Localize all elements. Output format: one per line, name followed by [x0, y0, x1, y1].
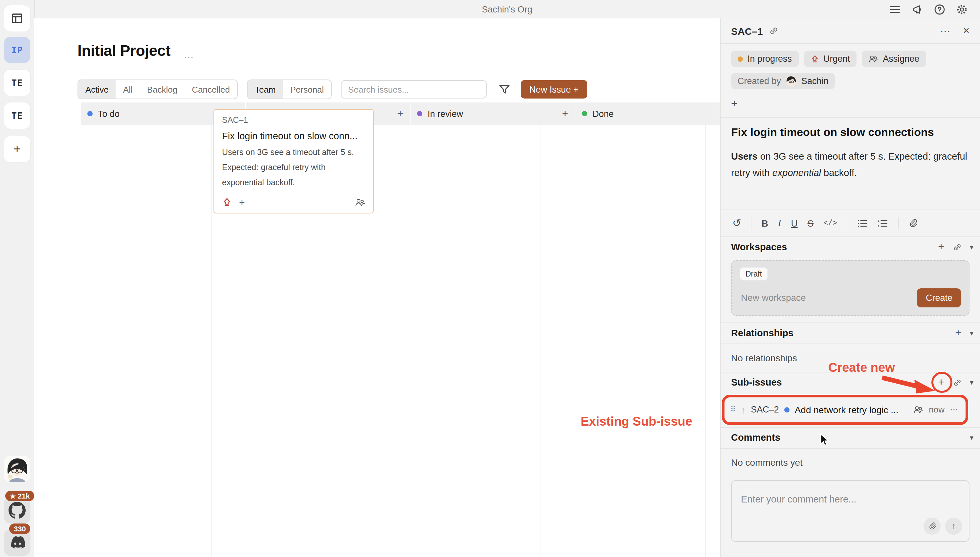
project-more-menu[interactable]: ⋯ — [184, 51, 195, 63]
help-icon[interactable] — [933, 3, 946, 15]
github-stars-count: 21k — [18, 492, 30, 500]
urgent-priority-icon[interactable] — [222, 197, 232, 207]
priority-badge[interactable]: Urgent — [804, 50, 856, 67]
new-issue-button[interactable]: New Issue + — [521, 80, 587, 99]
search-input[interactable] — [341, 80, 487, 99]
chevron-down-icon[interactable]: ▾ — [970, 378, 973, 387]
link-icon[interactable] — [953, 243, 962, 252]
created-by-badge[interactable]: Created by Sachin — [731, 73, 835, 90]
assignee-people-icon — [868, 55, 878, 63]
workspace-initials: TE — [11, 110, 23, 121]
close-icon[interactable]: × — [963, 24, 970, 37]
link-icon[interactable] — [953, 378, 962, 388]
star-icon: ★ — [10, 492, 16, 500]
column-divider — [376, 125, 376, 557]
toolbar-divider — [847, 217, 848, 229]
create-workspace-button[interactable]: Create — [917, 288, 961, 308]
tab-active[interactable]: Active — [78, 80, 116, 99]
code-button[interactable]: </> — [823, 219, 837, 228]
sidebar-item-workspace-te1[interactable]: TE — [4, 70, 30, 96]
attach-file-button[interactable] — [923, 518, 941, 535]
assignee-people-icon[interactable] — [913, 406, 923, 414]
svg-text:2: 2 — [878, 224, 879, 228]
sidebar-item-workspace-te2[interactable]: TE — [4, 103, 30, 129]
send-comment-button[interactable]: ↑ — [945, 518, 962, 535]
numbered-list-button[interactable]: 12 — [878, 219, 888, 228]
page-title: Initial Project — [78, 42, 171, 60]
strikethrough-button[interactable]: S — [807, 218, 814, 229]
tab-team[interactable]: Team — [247, 80, 283, 99]
subissue-row-sac-2[interactable]: ⠿ ↑ SAC–2 Add network retry logic ... no… — [724, 397, 965, 422]
issue-title: Fix login timeout on slow conn... — [222, 131, 365, 141]
issue-card-sac-1[interactable]: SAC–1 Fix login timeout on slow conn... … — [213, 109, 374, 214]
comments-empty-state: No comments yet — [721, 449, 980, 476]
plus-icon: + — [13, 142, 21, 156]
add-issue-in-progress-button[interactable]: + — [397, 108, 403, 119]
add-issue-in-review-button[interactable]: + — [562, 108, 568, 119]
undo-icon[interactable]: ↺ — [733, 217, 741, 230]
underline-button[interactable]: U — [791, 218, 798, 229]
tab-all[interactable]: All — [116, 80, 140, 99]
column-title: In review — [428, 109, 562, 119]
annotation-existing-subissue: Existing Sub-issue — [581, 414, 692, 429]
column-title: Done — [593, 109, 727, 119]
description-text: backoff. — [821, 168, 857, 178]
layout-switcher-button[interactable] — [4, 5, 30, 31]
add-relationship-button[interactable]: + — [954, 328, 962, 339]
issue-card-footer: + — [222, 197, 365, 208]
workspace-initials: TE — [11, 78, 23, 88]
sidebar-item-workspace-ip[interactable]: IP — [4, 37, 30, 63]
status-badge[interactable]: In progress — [731, 50, 798, 67]
panel-more-menu[interactable]: ⋯ — [940, 24, 951, 37]
urgent-priority-icon — [810, 55, 819, 63]
chevron-down-icon[interactable]: ▾ — [970, 329, 973, 338]
filter-funnel-icon[interactable] — [497, 82, 512, 96]
assignee-badge[interactable]: Assignee — [862, 50, 926, 67]
user-avatar[interactable] — [4, 456, 30, 482]
subissue-more-menu[interactable]: ⋯ — [950, 405, 959, 415]
description-italic-text: exponential — [772, 168, 821, 178]
workspace-name-input[interactable] — [740, 292, 917, 304]
add-label-icon[interactable]: + — [239, 197, 245, 208]
add-workspace-button[interactable]: + — [4, 136, 30, 162]
creator-avatar — [786, 75, 797, 87]
github-link-button[interactable] — [4, 497, 30, 523]
todo-status-dot — [87, 111, 93, 116]
assignee-label: Assignee — [883, 54, 919, 64]
tab-backlog[interactable]: Backlog — [140, 80, 185, 99]
scope-filter-group: Team Personal — [247, 80, 332, 99]
subissue-timestamp: now — [929, 405, 944, 415]
in-review-status-dot — [417, 111, 422, 116]
megaphone-icon[interactable] — [911, 3, 923, 15]
svg-text:1: 1 — [878, 219, 879, 222]
chevron-down-icon[interactable]: ▾ — [970, 433, 973, 442]
workspaces-heading: Workspaces — [731, 242, 937, 252]
bullet-list-button[interactable] — [858, 219, 868, 228]
issue-detail-title[interactable]: Fix login timeout on slow connections — [721, 117, 980, 139]
subissue-status-dot — [784, 407, 790, 412]
tab-personal[interactable]: Personal — [283, 80, 331, 99]
priority-label: Urgent — [823, 54, 850, 64]
toolbar-divider — [898, 217, 899, 229]
italic-button[interactable]: I — [778, 218, 781, 229]
description-bold-text: Users — [731, 151, 758, 161]
assignee-people-icon[interactable] — [355, 198, 365, 207]
annotation-arrow — [879, 372, 939, 399]
menu-icon[interactable] — [889, 3, 901, 15]
rich-text-toolbar: ↺ B I U S </> 12 — [721, 210, 980, 237]
settings-gear-icon[interactable] — [956, 3, 968, 15]
copy-link-icon[interactable] — [769, 26, 779, 36]
tab-cancelled[interactable]: Cancelled — [185, 80, 237, 99]
attachment-paperclip-button[interactable] — [909, 218, 918, 229]
discord-members-badge: 330 — [9, 523, 31, 534]
drag-handle-icon[interactable]: ⠿ — [730, 406, 736, 414]
add-attribute-button[interactable]: + — [731, 97, 737, 110]
bold-button[interactable]: B — [762, 218, 768, 229]
issue-attribute-badges: In progress Urgent Assignee — [721, 44, 980, 67]
add-workspace-plus-button[interactable]: + — [937, 242, 946, 252]
new-workspace-card: Draft Create — [731, 260, 970, 316]
chevron-down-icon[interactable]: ▾ — [970, 243, 973, 252]
issue-detail-description[interactable]: Users on 3G see a timeout after 5 s. Exp… — [721, 139, 980, 182]
column-header-done: Done + — [575, 103, 740, 125]
project-board-area: Initial Project ⋯ Active All Backlog Can… — [34, 18, 720, 557]
